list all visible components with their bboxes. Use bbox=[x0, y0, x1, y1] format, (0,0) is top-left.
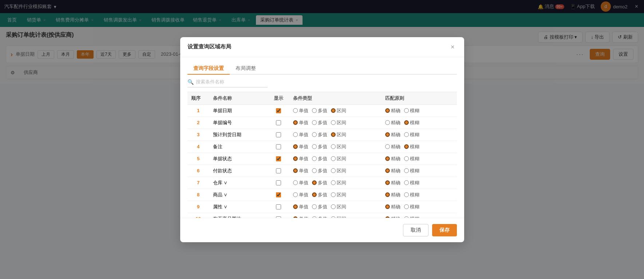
modal-header: 设置查询区域布局 × bbox=[180, 37, 464, 57]
modal-tabs: 查询字段设置 布局调整 bbox=[187, 63, 457, 75]
search-icon: 🔍 bbox=[187, 79, 194, 84]
search-input[interactable] bbox=[196, 79, 261, 84]
search-bar: 🔍 bbox=[187, 79, 268, 84]
tab-layout-adjust[interactable]: 布局调整 bbox=[230, 63, 262, 75]
modal-body: 查询字段设置 布局调整 🔍 顺序 bbox=[180, 57, 464, 84]
modal-title: 设置查询区域布局 bbox=[187, 43, 231, 50]
modal-dialog: 设置查询区域布局 × 查询字段设置 布局调整 🔍 bbox=[180, 37, 464, 84]
modal-close-button[interactable]: × bbox=[449, 43, 457, 51]
tab-query-fields-label: 查询字段设置 bbox=[193, 65, 224, 71]
tab-query-fields[interactable]: 查询字段设置 bbox=[187, 63, 230, 75]
tab-layout-adjust-label: 布局调整 bbox=[236, 65, 256, 71]
modal-overlay[interactable]: 设置查询区域布局 × 查询字段设置 布局调整 🔍 bbox=[0, 0, 644, 84]
